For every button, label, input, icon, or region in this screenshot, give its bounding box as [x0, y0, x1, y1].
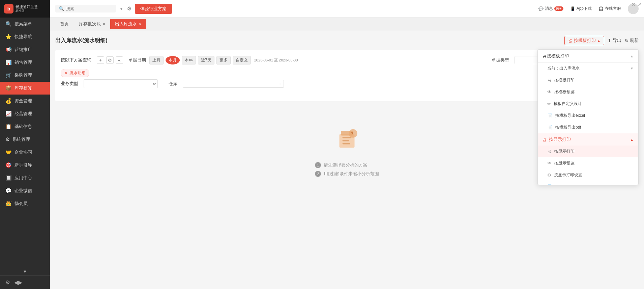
sales-icon: 📊: [5, 59, 12, 65]
dropdown-template-preview[interactable]: 👁 按模板预览: [538, 86, 638, 98]
online-service-btn[interactable]: 🎧 在线客服: [598, 6, 621, 11]
display-section-arrow: ▲: [630, 138, 634, 141]
sidebar-scroll-down[interactable]: ▼: [0, 268, 50, 275]
collapse-icon[interactable]: ◀▶: [14, 279, 22, 286]
dropdown-header: 🖨 按模板打印 ▲: [538, 50, 638, 63]
business-type-label: 业务类型: [61, 81, 78, 87]
filter-tools: + ⚙ «: [97, 56, 123, 64]
basic-info-icon: 📋: [5, 124, 12, 130]
flow-detail-tag[interactable]: ✕ 流水明细: [61, 69, 89, 77]
tab-bar: 首页 库存批次账 × 出入库流水 × ✕ ⤢: [50, 18, 644, 30]
business-type-select[interactable]: [84, 79, 158, 88]
sidebar: b 畅捷通好生意 标准版 🔍 搜索菜单 ⭐ 快捷导航 📢 营销推广 📊 销售管理…: [0, 0, 50, 289]
tab-flow-detail[interactable]: 出入库流水 ×: [110, 19, 146, 29]
message-icon: 💬: [538, 6, 544, 11]
svg-text:?: ?: [351, 131, 353, 136]
tab-home[interactable]: 首页: [55, 19, 74, 29]
voucher-type-label: 单据类型: [492, 57, 509, 63]
inventory-icon: 📦: [5, 85, 12, 91]
sidebar-item-app-center[interactable]: 🔲 应用中心: [0, 172, 50, 184]
date-filter-label: 单据日期: [128, 57, 146, 63]
print-template-btn[interactable]: 🖨 按模板打印 ▲: [564, 36, 604, 45]
window-expand-btn[interactable]: ⤢: [637, 1, 641, 8]
app-center-icon: 🔲: [5, 175, 12, 181]
dropdown-scroll-area: 🖨 按模板打印 ▲ 当前：出入库流水 ▼ 🖨 按模板打印 👁 按模板预览: [538, 50, 638, 185]
dropdown-display-export-excel[interactable]: 📄 按显示导出excel: [538, 181, 638, 185]
sidebar-item-guide[interactable]: 🎯 新手引导: [0, 159, 50, 172]
page-actions: 🖨 按模板打印 ▲ ⬆ 导出 ↻ 刷新: [564, 36, 639, 45]
dropdown-display-print[interactable]: 🖨 按显示打印: [538, 146, 638, 157]
dropdown-current-template[interactable]: 当前：出入库流水 ▼: [538, 63, 638, 74]
dropdown-template-export-pdf[interactable]: 📄 按模板导出pdf: [538, 122, 638, 133]
sidebar-item-finance[interactable]: 💰 资金管理: [0, 95, 50, 107]
dropdown-display-preview[interactable]: 👁 按显示预览: [538, 157, 638, 169]
dropdown-print-icon: 🖨: [543, 54, 547, 59]
sidebar-item-purchase[interactable]: 🛒 采购管理: [0, 69, 50, 82]
enterprise-icon: 🤝: [5, 149, 12, 155]
empty-tips: 1 请先选择要分析的方案 2 用[过滤]条件来缩小分析范围: [315, 162, 379, 180]
sidebar-item-operation[interactable]: 📈 经营管理: [0, 107, 50, 120]
page-title: 出入库流水(流水明细): [55, 37, 108, 44]
filter-collapse-btn[interactable]: «: [116, 56, 123, 64]
filter-label: 按以下方案查询: [61, 57, 91, 63]
sidebar-item-sales[interactable]: 📊 销售管理: [0, 56, 50, 69]
date-btn-last-month[interactable]: 上月: [149, 56, 164, 64]
sidebar-item-system[interactable]: ⚙ 系统管理: [0, 133, 50, 146]
dropdown-template-custom[interactable]: ✏ 模板自定义设计: [538, 98, 638, 110]
export-btn[interactable]: ⬆ 导出: [608, 37, 621, 44]
topbar-search-box[interactable]: 🔍: [55, 5, 116, 12]
filter-add-btn[interactable]: +: [97, 56, 104, 64]
page-content: 出入库流水(流水明细) 🖨 按模板打印 ▲ ⬆ 导出 ↻ 刷新: [50, 30, 644, 289]
settings-icon[interactable]: ⚙: [5, 279, 10, 286]
dropdown-template-print[interactable]: 🖨 按模板打印: [538, 74, 638, 86]
template-print-icon: 🖨: [547, 78, 552, 83]
topbar-gear-icon[interactable]: ⚙: [127, 5, 131, 12]
warehouse-input[interactable]: ···: [183, 80, 284, 88]
sidebar-item-inventory[interactable]: 📦 库存核算: [0, 82, 50, 95]
tab-flow-detail-close[interactable]: ×: [139, 22, 141, 26]
filter-settings-btn[interactable]: ⚙: [106, 56, 114, 64]
search-input[interactable]: [66, 6, 107, 11]
search-dropdown-arrow[interactable]: ▼: [119, 6, 123, 11]
sidebar-item-quick-nav[interactable]: ⭐ 快捷导航: [0, 30, 50, 43]
dropdown-display-section[interactable]: 🖨 按显示打印 ▲: [538, 133, 638, 146]
template-custom-icon: ✏: [547, 101, 551, 106]
refresh-btn[interactable]: ↻ 刷新: [625, 37, 639, 44]
guide-icon: 🎯: [5, 162, 12, 168]
empty-illustration: ?: [332, 125, 362, 155]
date-btn-last-7-days[interactable]: 近7天: [198, 56, 214, 64]
date-btn-custom[interactable]: 自定义: [233, 56, 251, 64]
empty-tip-2: 2 用[过滤]条件来缩小分析范围: [315, 171, 379, 177]
display-print-icon: 🖨: [547, 149, 552, 154]
message-btn[interactable]: 💬 消息 99+: [538, 6, 563, 11]
display-settings-icon: ⚙: [547, 173, 551, 178]
dropdown-template-export-excel[interactable]: 📄 按模板导出excel: [538, 110, 638, 122]
sidebar-item-basic-info[interactable]: 📋 基础信息: [0, 120, 50, 133]
display-excel-icon: 📄: [547, 184, 553, 185]
window-close-btn[interactable]: ✕: [631, 1, 636, 8]
sidebar-item-wechat[interactable]: 💬 企业微信: [0, 184, 50, 197]
template-preview-icon: 👁: [547, 89, 552, 95]
date-btn-this-month[interactable]: 本月: [166, 56, 180, 64]
phone-icon: 📱: [570, 6, 575, 11]
sidebar-item-member[interactable]: 👑 畅会员: [0, 197, 50, 210]
member-icon: 👑: [5, 201, 12, 207]
svg-rect-3: [343, 140, 349, 141]
tab-batch-account-close[interactable]: ×: [103, 22, 105, 26]
app-download-btn[interactable]: 📱 App下载: [570, 6, 592, 11]
svg-rect-4: [343, 143, 350, 144]
date-btn-more[interactable]: 更多: [216, 56, 231, 64]
sidebar-bottom: ⚙ ◀▶: [0, 275, 50, 289]
dropdown-collapse-icon[interactable]: ▲: [630, 54, 634, 58]
sidebar-item-search-menu[interactable]: 🔍 搜索菜单: [0, 18, 50, 30]
dropdown-display-print-settings[interactable]: ⚙ 按显示打印设置: [538, 169, 638, 181]
tag-close-icon[interactable]: ✕: [64, 71, 68, 76]
sidebar-item-enterprise[interactable]: 🤝 企业协同: [0, 146, 50, 159]
finance-icon: 💰: [5, 98, 12, 104]
tab-batch-account[interactable]: 库存批次账 ×: [74, 19, 110, 29]
sidebar-item-marketing[interactable]: 📢 营销推广: [0, 43, 50, 56]
warehouse-more-icon[interactable]: ···: [277, 81, 281, 86]
trial-btn[interactable]: 体验行业方案: [135, 4, 172, 14]
headset-icon: 🎧: [598, 6, 604, 11]
date-btn-this-year[interactable]: 本年: [182, 56, 196, 64]
